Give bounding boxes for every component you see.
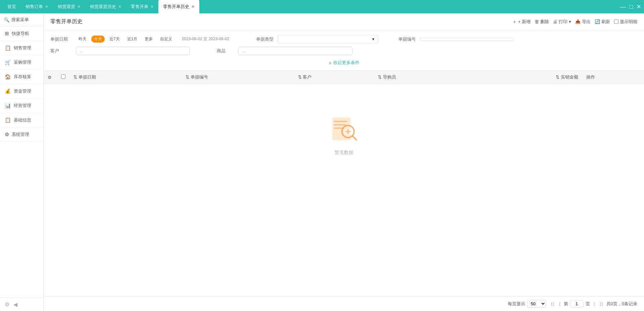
- filter-row-2: 客户 ... 商品 ...: [50, 47, 637, 55]
- customer-dots: ...: [80, 48, 83, 53]
- type-select[interactable]: ▾: [278, 35, 378, 43]
- table-area: ⚙ ⇅ 单据日期 ⇅ 单据编号 ⇅ 客户: [44, 71, 644, 296]
- tab-retail-open[interactable]: 零售开单 ✕: [126, 0, 158, 13]
- th-amount[interactable]: ⇅ 实销金额: [470, 71, 582, 84]
- page-number-input[interactable]: [570, 300, 584, 307]
- finance-icon: 💰: [5, 88, 11, 94]
- date-opt-more[interactable]: 更多: [142, 36, 155, 43]
- sidebar-item-quick-nav[interactable]: ⊞ 快捷导航: [0, 27, 43, 41]
- page-header: 零售开单历史 ＋ + 新增 🗑 删除 🖨 打印 ▾ 📤 导出: [44, 13, 644, 30]
- sidebar: 🔍 搜索采单 ⊞ 快捷导航 📋 销售管理 🛒 采购管理 🏠 库存核算 💰: [0, 13, 44, 311]
- delete-icon: 🗑: [535, 19, 539, 24]
- export-icon: 📤: [575, 19, 581, 24]
- toolbar: ＋ + 新增 🗑 删除 🖨 打印 ▾ 📤 导出 🔄: [512, 19, 637, 25]
- date-opt-custom[interactable]: 自定义: [157, 36, 175, 43]
- date-opt-today[interactable]: 今天: [91, 36, 105, 43]
- inventory-icon: 🏠: [5, 74, 11, 80]
- pagination-bar: 每页显示 50 10 20 100 ⟨⟨ ⟨ 第 页 ⟩ ⟩⟩ 共0页，0条记录: [44, 296, 644, 311]
- customer-label: 客户: [50, 48, 69, 54]
- th-gear[interactable]: ⚙: [44, 71, 57, 84]
- th-customer[interactable]: ⇅ 客户: [294, 71, 374, 84]
- add-button[interactable]: ＋ + 新增: [512, 19, 531, 25]
- sidebar-item-inventory[interactable]: 🏠 库存核算: [0, 70, 43, 84]
- sidebar-item-finance[interactable]: 💰 资金管理: [0, 84, 43, 99]
- th-action: 操作: [582, 71, 644, 84]
- minimize-button[interactable]: —: [620, 3, 626, 10]
- print-chevron-icon: ▾: [569, 19, 571, 24]
- page-size-select: 每页显示 50 10 20 100: [508, 300, 546, 308]
- tab-close-sales-order[interactable]: ✕: [45, 4, 48, 9]
- prev-page-button[interactable]: ⟨: [557, 301, 562, 307]
- th-number[interactable]: ⇅ 单据编号: [182, 71, 294, 84]
- product-dots: ...: [242, 48, 246, 53]
- tab-close-retail-open[interactable]: ✕: [150, 4, 154, 9]
- th-check[interactable]: [57, 71, 69, 84]
- type-chevron-icon: ▾: [372, 37, 375, 42]
- collapse-button[interactable]: ∧ 收起更多条件: [329, 60, 359, 66]
- page-label-prefix: 第: [564, 301, 568, 307]
- sidebar-collapse-icon[interactable]: ◀: [13, 301, 17, 308]
- tab-home[interactable]: 首页: [3, 0, 21, 13]
- maximize-button[interactable]: □: [629, 3, 633, 10]
- per-page-dropdown[interactable]: 50 10 20 100: [527, 300, 546, 308]
- refresh-button[interactable]: 🔄 刷新: [595, 19, 610, 25]
- tab-retail-open-history[interactable]: 零售开单历史 ✕: [158, 0, 199, 13]
- th-date[interactable]: ⇅ 单据日期: [69, 71, 182, 84]
- first-page-button[interactable]: ⟨⟨: [549, 301, 555, 307]
- empty-row: 暂无数据: [44, 84, 644, 183]
- display-detail-checkbox[interactable]: [614, 19, 618, 24]
- data-table: ⚙ ⇅ 单据日期 ⇅ 单据编号 ⇅ 客户: [44, 71, 644, 183]
- date-opt-1month[interactable]: 近1月: [125, 36, 140, 43]
- basic-info-icon: 📋: [5, 117, 11, 123]
- sort-icon-date: ⇅: [73, 74, 77, 80]
- tab-close-retail-open-history[interactable]: ✕: [191, 4, 195, 9]
- empty-text: 暂无数据: [335, 150, 353, 156]
- number-label: 单据编号: [398, 36, 417, 42]
- number-input[interactable]: [420, 38, 514, 41]
- svg-line-6: [352, 136, 356, 140]
- sidebar-item-basic-info[interactable]: 📋 基础信息: [0, 113, 43, 127]
- per-page-label: 每页显示: [508, 301, 525, 307]
- date-opt-7days[interactable]: 近7天: [107, 36, 122, 43]
- sidebar-search[interactable]: 🔍 搜索采单: [0, 13, 43, 27]
- filter-date-options: 昨天 今天 近7天 近1月 更多 自定义: [76, 36, 175, 43]
- search-icon: 🔍: [4, 17, 9, 22]
- next-page-button[interactable]: ⟩: [592, 301, 596, 307]
- tab-close-sales-return[interactable]: ✕: [77, 4, 81, 9]
- display-detail-toggle[interactable]: 显示明细: [614, 19, 637, 25]
- sort-icon-customer: ⇅: [298, 74, 302, 80]
- delete-button[interactable]: 🗑 删除: [535, 19, 549, 25]
- last-page-button[interactable]: ⟩⟩: [598, 301, 604, 307]
- export-button[interactable]: 📤 导出: [575, 19, 591, 25]
- business-icon: 📊: [5, 103, 11, 109]
- sort-icon-number: ⇅: [186, 74, 189, 80]
- select-all-checkbox[interactable]: [61, 74, 65, 79]
- empty-state: 暂无数据: [44, 84, 644, 183]
- tab-close-sales-return-history[interactable]: ✕: [118, 4, 121, 9]
- filter-area: 单据日期 昨天 今天 近7天 近1月 更多 自定义 2023-06-02 至 2…: [44, 30, 644, 71]
- purchase-mgmt-icon: 🛒: [5, 59, 11, 65]
- sidebar-item-sales-mgmt[interactable]: 📋 销售管理: [0, 41, 43, 55]
- content-area: 零售开单历史 ＋ + 新增 🗑 删除 🖨 打印 ▾ 📤 导出: [44, 13, 644, 311]
- close-button[interactable]: ✕: [636, 3, 641, 10]
- th-guide[interactable]: ⇅ 导购员: [374, 71, 470, 84]
- sidebar-item-system[interactable]: ⚙ 系统管理: [0, 127, 43, 142]
- tab-sales-order[interactable]: 销售订单 ✕: [21, 0, 53, 13]
- print-button[interactable]: 🖨 打印 ▾: [553, 19, 571, 25]
- product-input[interactable]: ...: [238, 47, 352, 55]
- tab-sales-return[interactable]: 销货退货 ✕: [53, 0, 85, 13]
- date-opt-yesterday[interactable]: 昨天: [76, 36, 89, 43]
- customer-input[interactable]: ...: [76, 47, 190, 55]
- sidebar-bottom: ⚙ ◀: [0, 298, 43, 311]
- table-header-row: ⚙ ⇅ 单据日期 ⇅ 单据编号 ⇅ 客户: [44, 71, 644, 84]
- sidebar-item-business[interactable]: 📊 经营管理: [0, 99, 43, 113]
- sort-icon-amount: ⇅: [556, 74, 559, 80]
- tab-sales-return-history[interactable]: 销货退货历史 ✕: [85, 0, 126, 13]
- date-label: 单据日期: [50, 36, 69, 42]
- product-label: 商品: [217, 48, 236, 54]
- sidebar-item-purchase-mgmt[interactable]: 🛒 采购管理: [0, 55, 43, 70]
- sort-icon-guide: ⇅: [378, 74, 382, 80]
- sidebar-settings-icon[interactable]: ⚙: [5, 301, 9, 308]
- main-layout: 🔍 搜索采单 ⊞ 快捷导航 📋 销售管理 🛒 采购管理 🏠 库存核算 💰: [0, 13, 644, 311]
- add-icon: ＋: [512, 19, 517, 25]
